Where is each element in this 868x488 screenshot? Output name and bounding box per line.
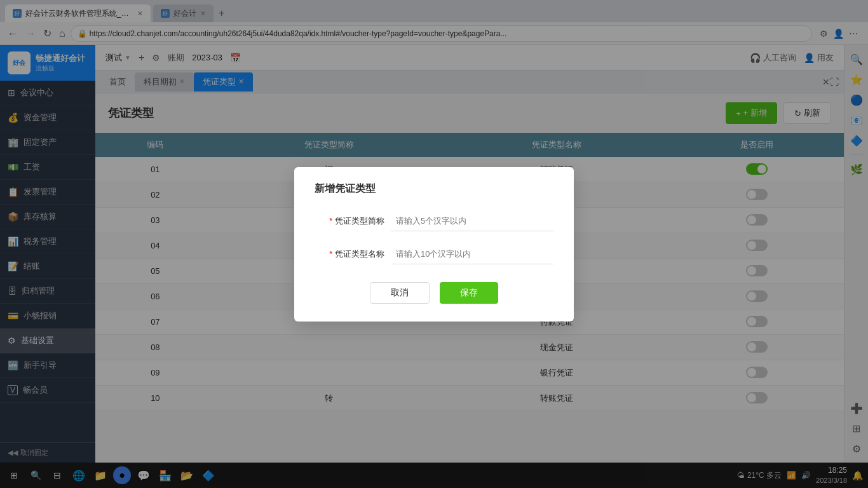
name-form-row: * 凭证类型名称 — [315, 244, 553, 264]
name-label: * 凭证类型名称 — [315, 248, 391, 260]
abbr-input[interactable] — [391, 211, 553, 231]
name-input[interactable] — [391, 244, 553, 264]
modal-overlay: 新增凭证类型 * 凭证类型简称 * 凭证类型名称 取消 保存 — [0, 0, 868, 488]
save-button[interactable]: 保存 — [440, 282, 498, 304]
abbr-form-row: * 凭证类型简称 — [315, 211, 553, 231]
abbr-label: * 凭证类型简称 — [315, 215, 391, 227]
modal-footer: 取消 保存 — [315, 282, 553, 304]
cancel-button[interactable]: 取消 — [370, 282, 430, 304]
add-voucher-type-modal: 新增凭证类型 * 凭证类型简称 * 凭证类型名称 取消 保存 — [294, 167, 574, 322]
modal-title: 新增凭证类型 — [315, 182, 553, 196]
